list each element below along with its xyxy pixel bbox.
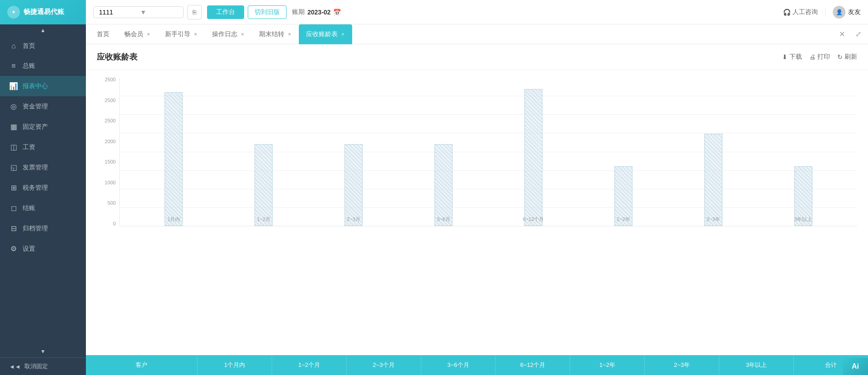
company-name: 1111 <box>99 9 137 16</box>
y-label-2500a: 2500 <box>97 118 116 123</box>
tab-guide[interactable]: 新手引导 × <box>158 24 205 44</box>
x-label-2-3month: 2~3月 <box>309 212 399 226</box>
bar-chart: 0 500 1000 1500 2000 2500 2500 2500 <box>97 77 857 240</box>
sidebar-item-funds[interactable]: ◎ 资金管理 <box>0 96 86 117</box>
calendar-icon[interactable]: 📅 <box>333 9 341 16</box>
bars-container <box>120 77 857 226</box>
home-icon: ⌂ <box>9 42 18 50</box>
bar-group-3-6month <box>399 77 489 226</box>
ai-badge[interactable]: Ai <box>843 358 868 375</box>
col-header-1-2month: 1~2个月 <box>272 355 347 375</box>
main-layout: ▲ ⌂ 首页 ≡ 总账 📊 报表中心 ◎ 资金管理 ▦ 固定资产 <box>0 24 868 375</box>
sidebar-label-funds: 资金管理 <box>23 103 48 111</box>
top-header: ✦ 畅捷通易代账 1111 ▼ ⎘ 工作台 切到旧版 账期 2023-02 📅 … <box>0 0 868 24</box>
chevron-down-icon: ▼ <box>140 9 178 16</box>
workbench-button[interactable]: 工作台 <box>207 5 244 19</box>
user-area[interactable]: 👤 友友 <box>833 6 861 19</box>
x-label-3plus-year: 3年以上 <box>758 212 848 226</box>
tab-period-close-label: 期末结转 <box>259 30 284 38</box>
sidebar-label-ledger: 总账 <box>23 62 35 70</box>
tab-period-close-close-icon[interactable]: × <box>288 31 291 38</box>
tab-member-label: 畅会员 <box>124 30 143 38</box>
period-label: 账期 <box>292 8 305 16</box>
y-label-0: 0 <box>97 221 116 226</box>
avatar: 👤 <box>833 6 845 19</box>
sidebar-item-reports[interactable]: 📊 报表中心 <box>0 76 86 96</box>
sidebar: ▲ ⌂ 首页 ≡ 总账 📊 报表中心 ◎ 资金管理 ▦ 固定资产 <box>0 24 86 375</box>
bar-group-2-3month <box>309 77 399 226</box>
pin-icon: ◄◄ <box>9 363 21 370</box>
logo-icon: ✦ <box>7 6 20 19</box>
col-3-6month-label: 3~6个月 <box>448 361 469 369</box>
sidebar-item-archive[interactable]: ⊟ 归档管理 <box>0 218 86 239</box>
company-selector[interactable]: 1111 ▼ <box>93 6 184 18</box>
cancel-fixed-button[interactable]: ◄◄ 取消固定 <box>0 357 86 375</box>
scroll-down-arrow[interactable]: ▼ <box>37 347 49 356</box>
sidebar-item-home[interactable]: ⌂ 首页 <box>0 36 86 56</box>
tax-icon: ⊞ <box>9 183 18 192</box>
sidebar-item-settings[interactable]: ⚙ 设置 <box>0 239 86 259</box>
close-all-tabs-button[interactable]: ✕ <box>835 28 848 41</box>
salary-icon: ◫ <box>9 143 18 151</box>
col-1-2month-label: 1~2个月 <box>298 361 320 369</box>
x-label-6-12month: 6~12个月 <box>489 212 579 226</box>
period-area: 账期 2023-02 📅 <box>292 8 341 16</box>
y-axis-labels: 0 500 1000 1500 2000 2500 2500 2500 <box>97 77 118 226</box>
bar-1month <box>165 92 183 226</box>
scroll-up-arrow[interactable]: ▲ <box>37 26 49 34</box>
tab-home[interactable]: 首页 <box>90 24 117 44</box>
sidebar-item-tax[interactable]: ⊞ 税务管理 <box>0 178 86 198</box>
tab-oplog-close-icon[interactable]: × <box>241 31 244 38</box>
consult-label: 人工咨询 <box>793 8 818 16</box>
scroll-arrows: ▲ <box>0 24 86 36</box>
page-header: 应收账龄表 ⬇ 下载 🖨 打印 ↻ 刷新 <box>86 44 868 70</box>
copy-button[interactable]: ⎘ <box>187 5 202 19</box>
content-area: 首页 畅会员 × 新手引导 × 操作日志 × 期末结转 × 应收账龄表 × <box>86 24 868 375</box>
col-total-label: 合计 <box>825 361 837 369</box>
bar-group-1-2month <box>219 77 309 226</box>
sidebar-item-settle[interactable]: ◻ 结账 <box>0 198 86 218</box>
sidebar-item-salary[interactable]: ◫ 工资 <box>0 137 86 157</box>
col-header-2-3month: 2~3个月 <box>347 355 421 375</box>
page-actions: ⬇ 下载 🖨 打印 ↻ 刷新 <box>782 53 857 61</box>
tab-oplog[interactable]: 操作日志 × <box>205 24 252 44</box>
refresh-button[interactable]: ↻ 刷新 <box>837 53 857 61</box>
reports-icon: 📊 <box>9 82 18 90</box>
headset-icon: 🎧 <box>783 9 791 16</box>
x-labels-row: 1月内 1~2月 2~3月 3~6月 6~12个月 1~2年 2~3年 3年以上 <box>120 212 857 226</box>
y-label-1500: 1500 <box>97 159 116 164</box>
switch-version-button[interactable]: 切到旧版 <box>248 5 287 19</box>
col-header-3plus-year: 3年以上 <box>719 355 794 375</box>
tab-member[interactable]: 畅会员 × <box>117 24 158 44</box>
col-customer-label: 客户 <box>136 361 147 369</box>
tab-bar-actions: ✕ ⤢ <box>835 28 864 41</box>
x-label-3-6month: 3~6月 <box>399 212 489 226</box>
col-header-2-3year: 2~3年 <box>645 355 719 375</box>
download-label: 下载 <box>789 53 802 61</box>
print-button[interactable]: 🖨 打印 <box>809 53 830 61</box>
download-icon: ⬇ <box>782 53 788 61</box>
consult-area[interactable]: 🎧 人工咨询 <box>783 8 818 16</box>
settings-icon: ⚙ <box>9 244 18 253</box>
print-label: 打印 <box>817 53 830 61</box>
user-name: 友友 <box>848 8 861 16</box>
expand-tabs-button[interactable]: ⤢ <box>852 28 864 41</box>
tab-ar-aging[interactable]: 应收账龄表 × <box>299 24 352 44</box>
bar-group-2-3year <box>668 77 758 226</box>
sidebar-label-settings: 设置 <box>23 245 35 253</box>
sidebar-item-assets[interactable]: ▦ 固定资产 <box>0 117 86 137</box>
tab-ar-aging-close-icon[interactable]: × <box>341 31 344 38</box>
download-button[interactable]: ⬇ 下载 <box>782 53 802 61</box>
sidebar-label-settle: 结账 <box>23 204 35 212</box>
sidebar-item-invoice[interactable]: ◱ 发票管理 <box>0 157 86 178</box>
funds-icon: ◎ <box>9 102 18 111</box>
bar-group-1-2year <box>578 77 668 226</box>
col-2-3year-label: 2~3年 <box>674 361 690 369</box>
sidebar-item-ledger[interactable]: ≡ 总账 <box>0 56 86 76</box>
tab-member-close-icon[interactable]: × <box>147 31 150 38</box>
tab-guide-close-icon[interactable]: × <box>194 31 197 38</box>
col-1month-label: 1个月内 <box>224 361 245 369</box>
tab-period-close[interactable]: 期末结转 × <box>252 24 299 44</box>
tab-oplog-label: 操作日志 <box>212 30 237 38</box>
col-header-1-2year: 1~2年 <box>570 355 645 375</box>
